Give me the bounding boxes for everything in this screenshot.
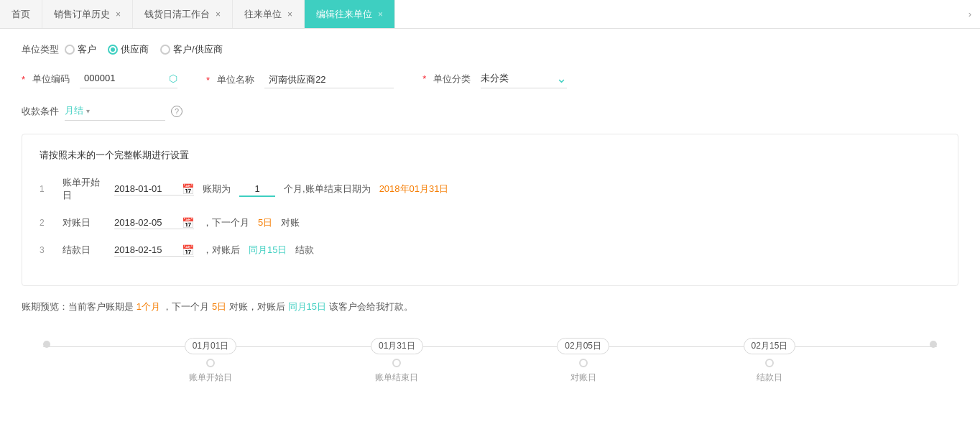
tab-home-label: 首页 [11, 8, 30, 21]
timeline-node-1: 01月31日 账单结束日 [371, 338, 423, 384]
tab-partner-units[interactable]: 往来单位 × [233, 0, 305, 28]
radio-customer-label: 客户 [78, 43, 96, 56]
payment-arrow-icon: ▾ [86, 107, 90, 115]
code-required-star: * [22, 74, 25, 85]
unit-type-row: 单位类型 客户 供应商 客户/供应商 [22, 43, 958, 56]
radio-supplier[interactable]: 供应商 [108, 43, 149, 56]
payment-date-row: 3 结款日 📅 ，对账后 同月15日 结款 [40, 244, 940, 257]
row-num-2: 2 [40, 218, 54, 228]
reconcile-date-part: 5日 [258, 216, 272, 229]
payment-help-icon[interactable]: ? [171, 106, 182, 117]
code-input[interactable] [80, 70, 166, 86]
right-endpoint-circle [930, 341, 937, 348]
reconcile-date-input[interactable] [114, 217, 179, 228]
preview-middle1: ，下一个月 [162, 301, 209, 312]
code-copy-icon[interactable]: ⬡ [169, 73, 177, 84]
category-select[interactable]: 未分类 ⌄ [481, 69, 567, 88]
reconcile-date-cal-icon[interactable]: 📅 [182, 217, 194, 229]
reconcile-date-type: 对账日 [63, 216, 106, 229]
preview-text: 账期预览：当前客户账期是 1个月 ，下一个月 5日 对账，对账后 同月15日 该… [22, 300, 958, 313]
start-row-date-highlight: 2018年01月31日 [379, 183, 449, 196]
timeline-node-3: 02月15日 结款日 [744, 338, 796, 384]
node-label-0: 账单开始日 [189, 372, 232, 384]
payment-date-cal-icon[interactable]: 📅 [182, 244, 194, 256]
payment-desc-prefix: ，对账后 [203, 244, 240, 257]
payment-desc-suffix: 结款 [295, 244, 314, 257]
category-value: 未分类 [481, 72, 556, 85]
node-circle-3 [765, 359, 774, 367]
node-date-3: 02月15日 [744, 338, 796, 354]
tab-partner-units-label: 往来单位 [244, 8, 282, 21]
tab-sales-history-label: 销售订单历史 [54, 8, 110, 21]
payment-date-input-wrap: 📅 [114, 244, 194, 257]
row-num-1: 1 [40, 184, 54, 194]
reconcile-desc-suffix: 对账 [281, 216, 300, 229]
left-endpoint-circle [43, 341, 50, 348]
radio-customer[interactable]: 客户 [65, 43, 96, 56]
category-required-star: * [422, 73, 426, 84]
payment-value: 月结 [65, 104, 83, 117]
node-date-0: 01月01日 [185, 338, 237, 354]
node-date-1: 01月31日 [371, 338, 423, 354]
timeline-left-endpoint [43, 341, 50, 384]
tab-sales-history-close[interactable]: × [116, 9, 121, 19]
unit-type-radio-group: 客户 供应商 客户/供应商 [65, 43, 223, 56]
name-label: 单位名称 [217, 73, 254, 86]
node-circle-0 [206, 359, 215, 367]
code-field-wrap: * 单位编码 ⬡ [22, 70, 177, 88]
category-field-wrap: * 单位分类 未分类 ⌄ [422, 69, 567, 88]
code-input-wrap: ⬡ [80, 70, 177, 88]
category-label: 单位分类 [433, 73, 471, 86]
tab-edit-partner-label: 编辑往来单位 [316, 8, 372, 21]
name-input[interactable] [264, 71, 394, 88]
radio-supplier-label: 供应商 [121, 43, 149, 56]
start-date-cal-icon[interactable]: 📅 [182, 183, 194, 195]
timeline-right-endpoint [930, 341, 937, 384]
name-required-star: * [206, 75, 210, 86]
payment-date-type: 结款日 [63, 244, 106, 257]
preview-middle2: 对账，对账后 [229, 301, 285, 312]
payment-select[interactable]: 月结 ▾ [65, 101, 165, 121]
tab-more-btn[interactable]: › [960, 0, 980, 28]
period-settings-section: 请按照未来的一个完整帐期进行设置 1 账单开始日 📅 账期为 个月,账单结束日期… [22, 134, 958, 286]
name-field-wrap: * 单位名称 [206, 71, 394, 88]
node-circle-1 [392, 359, 401, 367]
timeline-wrap: 01月01日 账单开始日 01月31日 账单结束日 02月05日 [22, 331, 958, 391]
node-label-1: 账单结束日 [375, 372, 418, 384]
payment-date-input[interactable] [114, 244, 179, 255]
node-label-2: 对账日 [570, 372, 596, 384]
code-name-category-row: * 单位编码 ⬡ * 单位名称 * 单位分类 未分类 ⌄ [22, 69, 958, 88]
preview-section: 账期预览：当前客户账期是 1个月 ，下一个月 5日 对账，对账后 同月15日 该… [22, 300, 958, 391]
start-date-row: 1 账单开始日 📅 账期为 个月,账单结束日期为 2018年01月31日 [40, 176, 940, 202]
preview-part2: 5日 [212, 301, 226, 312]
radio-both[interactable]: 客户/供应商 [160, 43, 223, 56]
preview-part3: 同月15日 [288, 301, 326, 312]
node-circle-2 [579, 359, 588, 367]
reconcile-desc-prefix: ，下一个月 [203, 216, 249, 229]
code-label: 单位编码 [32, 73, 70, 86]
reconcile-date-input-wrap: 📅 [114, 217, 194, 229]
preview-part1: 1个月 [137, 301, 160, 312]
month-input[interactable] [239, 182, 275, 197]
preview-label: 账期预览：当前客户账期是 [22, 301, 134, 312]
payment-label: 收款条件 [22, 105, 59, 118]
tab-edit-partner-close[interactable]: × [378, 9, 383, 19]
tab-cash-ledger-close[interactable]: × [216, 9, 221, 19]
payment-row: 收款条件 月结 ▾ ? [22, 101, 958, 121]
unit-type-label: 单位类型 [22, 43, 59, 56]
tab-home[interactable]: 首页 [0, 0, 42, 28]
timeline-node-0: 01月01日 账单开始日 [185, 338, 237, 384]
tab-cash-ledger[interactable]: 钱货日清工作台 × [133, 0, 233, 28]
tab-partner-units-close[interactable]: × [287, 9, 292, 19]
tab-edit-partner[interactable]: 编辑往来单位 × [305, 0, 395, 28]
row-num-3: 3 [40, 245, 54, 255]
payment-date-part: 同月15日 [249, 244, 287, 257]
radio-supplier-circle [108, 45, 118, 55]
start-row-desc-suffix: 个月,账单结束日期为 [284, 183, 371, 196]
node-date-2: 02月05日 [557, 338, 609, 354]
start-date-input-wrap: 📅 [114, 183, 194, 196]
tab-sales-history[interactable]: 销售订单历史 × [42, 0, 133, 28]
tab-bar: 首页 销售订单历史 × 钱货日清工作台 × 往来单位 × 编辑往来单位 × › [0, 0, 980, 29]
timeline-nodes: 01月01日 账单开始日 01月31日 账单结束日 02月05日 [43, 338, 937, 384]
start-date-input[interactable] [114, 183, 179, 194]
